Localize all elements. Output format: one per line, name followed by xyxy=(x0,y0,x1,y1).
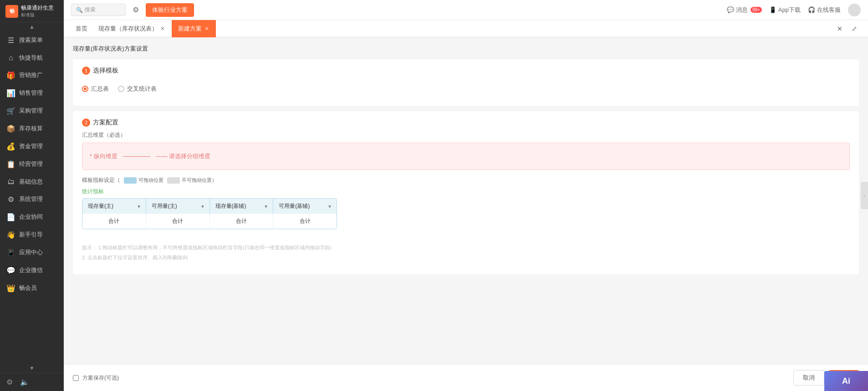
sidebar-item-label: 企业微信 xyxy=(19,266,43,274)
tips-area: 提示： 1.拖动标题栏可以调整布局，不可跨维度或指标区域拖动栏目字段(只能在同一… xyxy=(82,238,850,267)
radio-dot-cross xyxy=(118,86,124,92)
dimension-area: * 纵向维度 —— 请选择分组维度 xyxy=(82,143,850,170)
app-download-btn[interactable]: 📱 App下载 xyxy=(769,6,801,14)
cart-icon: 🛒 xyxy=(6,107,15,115)
user-avatar[interactable] xyxy=(848,4,861,16)
sidebar-item-label: 应用中心 xyxy=(19,248,43,257)
search-placeholder: 搜索 xyxy=(85,6,96,14)
sidebar-item-enterprise[interactable]: 📄 企业协同 xyxy=(0,208,64,226)
stats-col-2: 可用量(主) ▾ xyxy=(146,199,210,214)
movable-tag: 可拖动位置 xyxy=(124,177,163,184)
topbar-right: 💬 消息 99+ 📱 App下载 🎧 在线客服 xyxy=(727,4,861,16)
sidebar-item-label: 销售管理 xyxy=(19,89,43,97)
phone-icon: 📱 xyxy=(6,248,15,257)
step2-panel: 2 方案配置 汇总维度（必选） * 纵向维度 —— 请选择分组维度 模板指标设定… xyxy=(73,111,859,274)
step1-panel: 1 选择模板 汇总表 交叉统计表 xyxy=(73,59,859,106)
app-edition: 标准版 xyxy=(21,12,54,18)
topbar-settings-btn[interactable]: ⚙ xyxy=(129,4,142,16)
sidebar-item-label: 搜索菜单 xyxy=(19,36,43,44)
sidebar-item-label: 快捷导航 xyxy=(19,54,43,62)
topbar: 🔍 搜索 ⚙ 体验行业方案 💬 消息 99+ 📱 App下载 🎧 在线客服 xyxy=(64,0,868,20)
customer-service-btn[interactable]: 🎧 在线客服 xyxy=(808,6,841,14)
tab-inventory-status[interactable]: 现存量（库存状况表） ✕ xyxy=(92,20,172,37)
stats-body-col-4: 合计 xyxy=(273,214,337,229)
sidebar-item-search-menu[interactable]: ☰ 搜索菜单 xyxy=(0,31,64,49)
sidebar-item-newcomer[interactable]: 👋 新手引导 xyxy=(0,226,64,244)
sidebar-item-member[interactable]: 👑 畅会员 xyxy=(0,279,64,297)
radio-summary[interactable]: 汇总表 xyxy=(82,85,109,93)
summary-dim-label: 汇总维度（必选） xyxy=(82,131,850,139)
sidebar-item-quick-nav[interactable]: ⌂ 快捷导航 xyxy=(0,49,64,67)
sidebar-item-basic-info[interactable]: 🗂 基础信息 xyxy=(0,173,64,190)
cancel-button[interactable]: 取消 xyxy=(793,370,824,386)
sidebar-item-inventory[interactable]: 📦 库存核算 xyxy=(0,120,64,138)
tip-1: 提示： 1.拖动标题栏可以调整布局，不可跨维度或指标区域拖动栏目字段(只能在同一… xyxy=(82,242,850,252)
radio-cross[interactable]: 交叉统计表 xyxy=(118,85,157,93)
save-checkbox[interactable] xyxy=(73,375,79,381)
stats-body-col-3: 合计 xyxy=(210,214,274,229)
sidebar-item-wechat[interactable]: 💬 企业微信 xyxy=(0,262,64,279)
col3-dropdown-icon[interactable]: ▾ xyxy=(265,203,267,210)
speaker-icon[interactable]: 🔈 xyxy=(20,378,29,386)
message-icon: 💬 xyxy=(727,6,734,13)
message-badge: 99+ xyxy=(751,7,762,13)
sidebar-scroll-up[interactable]: ▲ xyxy=(0,22,64,31)
col2-dropdown-icon[interactable]: ▾ xyxy=(201,203,204,210)
box-icon: 📦 xyxy=(6,124,15,133)
template-options: 汇总表 交叉统计表 xyxy=(82,79,850,98)
sidebar-scroll-down[interactable]: ▼ xyxy=(0,364,64,373)
app-logo: 畅 畅康通好生意 标准版 xyxy=(0,0,64,22)
app-icon: 📱 xyxy=(769,6,776,13)
sidebar-item-purchase[interactable]: 🛒 采购管理 xyxy=(0,102,64,120)
tab-home[interactable]: 首页 xyxy=(71,25,92,33)
right-expand-handle[interactable]: ‹ xyxy=(861,182,868,209)
sidebar: 畅 畅康通好生意 标准版 ▲ ☰ 搜索菜单 ⌂ 快捷导航 🎁 营销推广 📊 销售… xyxy=(0,0,64,391)
search-menu-icon: ☰ xyxy=(6,36,15,45)
trial-button[interactable]: 体验行业方案 xyxy=(146,3,194,17)
footer: 方案保存(可选) 取消 查询 xyxy=(64,364,868,391)
app-name: 畅康通好生意 xyxy=(21,5,54,12)
step1-badge: 1 xyxy=(82,67,90,75)
sidebar-item-label: 经营管理 xyxy=(19,160,43,168)
sidebar-item-marketing[interactable]: 🎁 营销推广 xyxy=(0,67,64,84)
sidebar-item-label: 企业协同 xyxy=(19,213,43,221)
sidebar-item-sales[interactable]: 📊 销售管理 xyxy=(0,84,64,102)
close-window-btn[interactable]: ✕ xyxy=(833,22,846,35)
step1-label: 选择模板 xyxy=(93,67,118,75)
tab-close-inventory[interactable]: ✕ xyxy=(160,26,165,32)
indicators-label: 模板指标设定（ 可拖动位置 不可拖动位置） xyxy=(82,176,850,184)
radio-dot-summary xyxy=(82,86,88,92)
sidebar-item-operations[interactable]: 📋 经营管理 xyxy=(0,155,64,173)
movable-box xyxy=(124,177,137,184)
col4-dropdown-icon[interactable]: ▾ xyxy=(328,203,331,210)
step2-header: 2 方案配置 xyxy=(82,118,850,127)
tip-2: 2. 点击标题栏下拉可设置排序、插入列和删除列 xyxy=(82,252,850,262)
window-controls: ✕ ⤢ xyxy=(833,22,861,35)
sidebar-nav: ☰ 搜索菜单 ⌂ 快捷导航 🎁 营销推广 📊 销售管理 🛒 采购管理 📦 库存核… xyxy=(0,31,64,364)
crown-icon: 👑 xyxy=(6,284,15,293)
sidebar-item-system[interactable]: ⚙ 系统管理 xyxy=(0,190,64,208)
doc-icon: 📄 xyxy=(6,213,15,221)
tab-new-scheme[interactable]: 新建方案 ✕ xyxy=(172,20,216,37)
search-box[interactable]: 🔍 搜索 xyxy=(71,4,126,16)
immovable-tag: 不可拖动位置） xyxy=(167,177,217,184)
sidebar-item-app-center[interactable]: 📱 应用中心 xyxy=(0,244,64,262)
page-title: 现存量(库存状况表)方案设置 xyxy=(73,45,859,53)
ai-float-button[interactable]: Ai xyxy=(824,371,868,391)
tab-close-new-scheme[interactable]: ✕ xyxy=(204,26,209,32)
home-icon: ⌂ xyxy=(6,54,15,62)
expand-window-btn[interactable]: ⤢ xyxy=(848,22,861,35)
stats-col-3: 现存量(基辅) ▾ xyxy=(210,199,274,214)
message-btn[interactable]: 💬 消息 99+ xyxy=(727,6,762,14)
settings-icon[interactable]: ⚙ xyxy=(6,378,13,386)
sidebar-item-finance[interactable]: 💰 资金管理 xyxy=(0,138,64,155)
money-icon: 💰 xyxy=(6,142,15,151)
logo-icon: 畅 xyxy=(5,5,18,18)
main-area: 🔍 搜索 ⚙ 体验行业方案 💬 消息 99+ 📱 App下载 🎧 在线客服 xyxy=(64,0,868,391)
footer-left: 方案保存(可选) xyxy=(73,374,119,382)
sidebar-item-label: 基础信息 xyxy=(19,178,43,186)
sidebar-item-label: 系统管理 xyxy=(19,195,43,203)
col1-dropdown-icon[interactable]: ▾ xyxy=(138,203,140,210)
tabbar: 首页 现存量（库存状况表） ✕ 新建方案 ✕ ✕ ⤢ xyxy=(64,20,868,37)
sidebar-item-label: 新手引导 xyxy=(19,231,43,239)
